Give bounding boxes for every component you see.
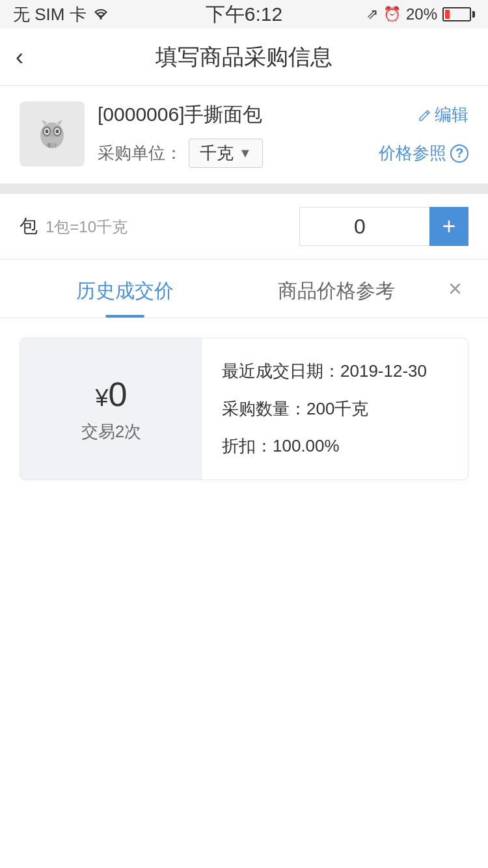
discount-value: 100.00% — [273, 436, 340, 455]
edit-icon — [418, 108, 432, 122]
back-button[interactable]: ‹ — [16, 44, 23, 71]
status-left: 无 SIM 卡 — [13, 3, 110, 26]
discount-label: 折扣： — [222, 436, 273, 455]
wifi-icon — [92, 5, 110, 25]
purchase-qty-value: 200千克 — [306, 399, 368, 418]
svg-point-7 — [56, 129, 59, 133]
quantity-plus-button[interactable]: + — [429, 207, 468, 246]
tab1-label: 历史成交价 — [76, 280, 174, 301]
tab-history-price[interactable]: 历史成交价 — [20, 260, 230, 318]
svg-marker-9 — [42, 120, 47, 125]
purchase-qty-row: 采购数量：200千克 — [222, 396, 448, 423]
recent-date-row: 最近成交日期：2019-12-30 — [222, 358, 448, 385]
price-value: 0 — [109, 375, 128, 413]
help-icon: ? — [450, 144, 468, 163]
carrier-text: 无 SIM 卡 — [13, 3, 87, 26]
price-card-left: ¥0 交易2次 — [20, 338, 202, 480]
dropdown-arrow-icon: ▼ — [239, 146, 252, 161]
svg-point-6 — [46, 129, 49, 133]
quantity-label-group: 包 1包=10千克 — [20, 214, 128, 239]
tabs-header: 历史成交价 商品价格参考 × — [0, 260, 488, 318]
status-right: ⇗ ⏰ 20% — [366, 5, 475, 23]
price-amount: ¥0 — [96, 375, 128, 414]
product-card: 餐计 [0000006]手撕面包 编辑 采购单位： 千克 ▼ — [0, 86, 488, 183]
quantity-conversion: 1包=10千克 — [46, 217, 128, 237]
page-title: 填写商品采购信息 — [156, 42, 332, 72]
price-reference-button[interactable]: 价格参照 ? — [379, 142, 468, 165]
unit-value: 千克 — [200, 142, 234, 165]
price-card: ¥0 交易2次 最近成交日期：2019-12-30 采购数量：200千克 折扣：… — [20, 338, 468, 480]
product-unit-row: 采购单位： 千克 ▼ 价格参照 ? — [98, 139, 468, 168]
price-ref-label: 价格参照 — [379, 142, 446, 165]
bottom-area — [0, 500, 488, 868]
tabs-close-button[interactable]: × — [442, 275, 468, 303]
quantity-row: 包 1包=10千克 + — [0, 194, 488, 259]
trades-count: 交易2次 — [81, 420, 141, 443]
unit-dropdown[interactable]: 千克 ▼ — [189, 139, 263, 168]
status-bar: 无 SIM 卡 下午6:12 ⇗ ⏰ 20% — [0, 0, 488, 29]
tabs-container: 历史成交价 商品价格参考 × ¥0 交易2次 最近成交日期：2019-12-30… — [0, 260, 488, 868]
status-time: 下午6:12 — [206, 1, 282, 28]
location-icon: ⇗ — [366, 6, 378, 23]
plus-icon: + — [442, 213, 455, 240]
edit-button[interactable]: 编辑 — [418, 103, 468, 126]
svg-point-0 — [100, 18, 102, 20]
product-name: [0000006]手撕面包 — [98, 102, 262, 128]
purchase-qty-label: 采购数量： — [222, 399, 306, 418]
tab2-label: 商品价格参考 — [278, 280, 395, 301]
unit-label: 采购单位： — [98, 142, 182, 165]
alarm-icon: ⏰ — [383, 6, 401, 23]
quantity-input-group: + — [299, 207, 468, 246]
battery-percent: 20% — [406, 5, 437, 23]
close-icon: × — [448, 275, 462, 303]
nav-bar: ‹ 填写商品采购信息 — [0, 29, 488, 86]
recent-date-value: 2019-12-30 — [340, 361, 427, 381]
product-logo: 餐计 — [33, 115, 72, 154]
product-id: [0000006] — [98, 103, 184, 125]
recent-date-label: 最近成交日期： — [222, 361, 340, 381]
discount-row: 折扣：100.00% — [222, 433, 448, 460]
svg-text:餐计: 餐计 — [47, 142, 57, 148]
product-image: 餐计 — [20, 102, 85, 167]
product-info: [0000006]手撕面包 编辑 采购单位： 千克 ▼ 价格参照 — [98, 102, 468, 168]
svg-marker-10 — [57, 120, 62, 125]
tab-product-price-ref[interactable]: 商品价格参考 — [230, 260, 441, 318]
quantity-unit: 包 — [20, 214, 38, 239]
price-card-right: 最近成交日期：2019-12-30 采购数量：200千克 折扣：100.00% — [202, 338, 468, 480]
unit-selector-group: 采购单位： 千克 ▼ — [98, 139, 263, 168]
quantity-input[interactable] — [299, 207, 429, 246]
section-divider — [0, 183, 488, 194]
product-header: [0000006]手撕面包 编辑 — [98, 102, 468, 128]
battery-icon — [442, 7, 475, 21]
currency-symbol: ¥ — [96, 385, 109, 411]
product-title: 手撕面包 — [184, 103, 262, 125]
